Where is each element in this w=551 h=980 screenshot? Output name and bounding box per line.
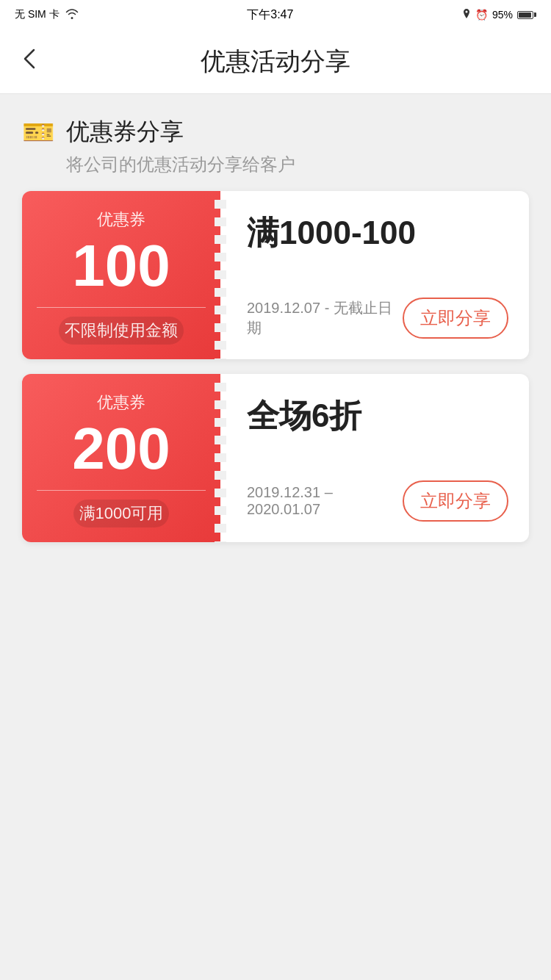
svg-point-0 (465, 10, 467, 12)
coupon-list: 优惠券 100 不限制使用金额 满1000-100 2019.12.07 - 无… (0, 191, 551, 579)
share-button-1[interactable]: 立即分享 (403, 298, 508, 339)
section-title: 优惠券分享 (66, 116, 295, 148)
empty-area (0, 579, 551, 980)
battery-icon (517, 11, 536, 19)
coupon-name-2: 全场6折 (247, 394, 508, 438)
wifi-icon (65, 9, 79, 21)
section-text: 优惠券分享 将公司的优惠活动分享给客户 (66, 116, 295, 176)
coupon-date-2: 2019.12.31 – 2020.01.07 (247, 484, 403, 518)
section-header: 🎫 优惠券分享 将公司的优惠活动分享给客户 (0, 94, 551, 191)
coupon-label-2: 优惠券 (97, 392, 145, 414)
status-time: 下午3:47 (247, 7, 293, 23)
section-icon: 🎫 (22, 116, 54, 148)
section-subtitle: 将公司的优惠活动分享给客户 (66, 153, 295, 176)
status-bar: 无 SIM 卡 下午3:47 ⏰ 95% (0, 0, 551, 29)
nav-bar: 优惠活动分享 (0, 29, 551, 94)
coupon-left-1: 优惠券 100 不限制使用金额 (22, 191, 220, 359)
coupon-label-1: 优惠券 (97, 209, 145, 231)
coupon-amount-2: 200 (72, 419, 170, 478)
coupon-card-1: 优惠券 100 不限制使用金额 满1000-100 2019.12.07 - 无… (22, 191, 529, 359)
coupon-footer-1: 2019.12.07 - 无截止日期 立即分享 (247, 298, 508, 339)
sim-indicator: 无 SIM 卡 (15, 8, 60, 21)
page-title: 优惠活动分享 (201, 45, 350, 79)
share-button-2[interactable]: 立即分享 (403, 480, 508, 522)
battery-percent: 95% (492, 9, 513, 21)
coupon-footer-2: 2019.12.31 – 2020.01.07 立即分享 (247, 480, 508, 522)
status-left: 无 SIM 卡 (15, 8, 79, 21)
coupon-condition-2: 满1000可用 (73, 500, 170, 527)
coupon-right-2: 全场6折 2019.12.31 – 2020.01.07 立即分享 (220, 374, 529, 542)
coupon-right-1: 满1000-100 2019.12.07 - 无截止日期 立即分享 (220, 191, 529, 359)
status-right: ⏰ 95% (462, 9, 536, 21)
coupon-date-1: 2019.12.07 - 无截止日期 (247, 298, 403, 338)
back-button[interactable] (22, 47, 37, 76)
coupon-left-2: 优惠券 200 满1000可用 (22, 374, 220, 542)
coupon-card-2: 优惠券 200 满1000可用 全场6折 2019.12.31 – 2020.0… (22, 374, 529, 542)
coupon-condition-1: 不限制使用金额 (59, 317, 184, 345)
coupon-amount-1: 100 (72, 237, 170, 295)
location-icon (462, 9, 471, 21)
alarm-icon: ⏰ (475, 9, 488, 21)
coupon-name-1: 满1000-100 (247, 212, 508, 255)
